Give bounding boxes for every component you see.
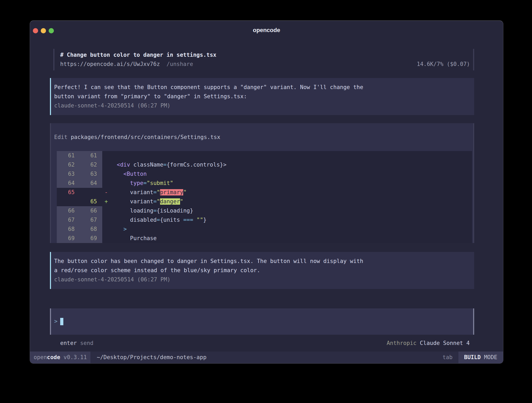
model-name: Claude Sonnet 4 (420, 340, 470, 346)
message-body: Perfect! I can see that the Button compo… (54, 83, 470, 101)
window-title: opencode (30, 27, 503, 34)
message-line: button variant from "primary" to "danger… (54, 92, 470, 101)
edit-file-path: packages/frontend/src/containers/Setting… (71, 133, 220, 142)
diff-code-line: Purchase (110, 234, 472, 243)
assistant-message: Perfect! I can see that the Button compo… (50, 78, 474, 115)
diff-row: 65+ variant="danger" (57, 197, 472, 206)
prompt-input[interactable]: > (50, 308, 474, 335)
diff-old-line-number: 68 (57, 225, 80, 234)
diff-code-line: variant="primary" (110, 188, 472, 197)
diff-sign: - (102, 188, 110, 197)
diff-row: 6161 (57, 151, 472, 160)
provider-name: Anthropic (387, 340, 420, 346)
app-version: v0.3.11 (60, 353, 87, 362)
diff-code-line: <Button (110, 169, 472, 179)
footer-hints: enter send Anthropic Claude Sonnet 4 (60, 339, 470, 348)
diff-sign: + (102, 197, 110, 206)
model-indicator: Anthropic Claude Sonnet 4 (387, 339, 470, 348)
diff-old-line-number: 67 (57, 215, 80, 225)
mode-name-rest: MODE (481, 353, 497, 362)
send-hint: enter send (60, 339, 93, 348)
message-line: Perfect! I can see that the Button compo… (54, 83, 470, 92)
diff-new-line-number: 67 (80, 215, 102, 225)
unshare-label[interactable]: /unshare (167, 61, 193, 67)
app-window: opencode # Change button color to danger… (30, 20, 503, 364)
diff-new-line-number: 62 (80, 160, 102, 169)
diff-sign (102, 169, 110, 179)
diff-new-line-number: 68 (80, 225, 102, 234)
share-url-group: https://opencode.ai/s/UwJxv76z /unshare (60, 60, 193, 69)
diff-row: 6262 <div className={formCs.controls}> (57, 160, 472, 169)
diff-sign (102, 179, 110, 188)
working-directory: ~/Desktop/Projects/demo-notes-app (97, 353, 206, 362)
mode-name-bold: BUILD (464, 353, 481, 362)
diff-row: 6969 Purchase (57, 234, 472, 243)
diff-sign (102, 160, 110, 169)
diff-sign (102, 151, 110, 160)
diff-code-line: loading={isLoading} (110, 206, 472, 215)
unshare-command[interactable] (160, 61, 166, 67)
diff-sign (102, 215, 110, 225)
message-line: The button color has been changed to dan… (54, 257, 470, 266)
diff-code-line: > (110, 225, 472, 234)
edit-tool-header: Edit packages/frontend/src/containers/Se… (50, 123, 474, 151)
diff-sign (102, 234, 110, 243)
diff-old-line-number: 66 (57, 206, 80, 215)
diff-new-line-number (80, 188, 102, 197)
diff-view: 61616262 <div className={formCs.controls… (57, 151, 472, 243)
diff-new-line-number: 61 (80, 151, 102, 160)
diff-code-line: disabled={units === ""} (110, 215, 472, 225)
status-bar: opencode v0.3.11 ~/Desktop/Projects/demo… (30, 352, 503, 363)
diff-row: 6363 <Button (57, 169, 472, 179)
prompt-caret: > (54, 317, 58, 326)
app-name-light: open (34, 353, 47, 362)
diff-new-line-number: 69 (80, 234, 102, 243)
message-meta: claude-sonnet-4-20250514 (06:27 PM) (54, 101, 470, 110)
diff-row: 6767 disabled={units === ""} (57, 215, 472, 225)
diff-code-line: <div className={formCs.controls}> (110, 160, 472, 169)
share-url-link[interactable]: https://opencode.ai/s/UwJxv76z (60, 61, 160, 67)
diff-old-line-number (57, 197, 80, 206)
app-version-chip: opencode v0.3.11 (30, 352, 90, 363)
diff-code-line: type="submit" (110, 179, 472, 188)
diff-row: 65- variant="primary" (57, 188, 472, 197)
diff-new-line-number: 64 (80, 179, 102, 188)
enter-key-hint: enter (60, 340, 77, 346)
message-line: a red/rose color scheme instead of the b… (54, 266, 470, 275)
edit-tool-call: Edit packages/frontend/src/containers/Se… (50, 123, 474, 243)
text-cursor (60, 318, 63, 325)
send-label: send (80, 340, 94, 346)
session-title: # Change button color to danger in setti… (60, 50, 470, 60)
diff-old-line-number: 62 (57, 160, 80, 169)
diff-row: 6868 > (57, 225, 472, 234)
app-name-bold: code (47, 353, 60, 362)
send-action-label (77, 340, 80, 346)
diff-old-line-number: 64 (57, 179, 80, 188)
tab-key-hint: tab (443, 353, 453, 362)
diff-row: 6464 type="submit" (57, 179, 472, 188)
diff-sign (102, 206, 110, 215)
session-header: # Change button color to danger in setti… (53, 49, 474, 70)
assistant-message: The button color has been changed to dan… (50, 252, 474, 289)
diff-old-line-number: 61 (57, 151, 80, 160)
diff-new-line-number: 66 (80, 206, 102, 215)
diff-new-line-number: 63 (80, 169, 102, 179)
diff-code-line: variant="danger" (110, 197, 472, 206)
message-body: The button color has been changed to dan… (54, 257, 470, 275)
diff-row: 6666 loading={isLoading} (57, 206, 472, 215)
edit-tool-label: Edit (54, 133, 71, 142)
diff-new-line-number: 65 (80, 197, 102, 206)
titlebar: opencode (30, 21, 503, 37)
diff-sign (102, 225, 110, 234)
diff-old-line-number: 69 (57, 234, 80, 243)
build-mode-chip: BUILD MODE (458, 352, 503, 363)
diff-code-line (110, 151, 472, 160)
message-meta: claude-sonnet-4-20250514 (06:27 PM) (54, 275, 470, 284)
diff-old-line-number: 65 (57, 188, 80, 197)
token-usage: 14.6K/7% ($0.07) (417, 60, 470, 69)
diff-old-line-number: 63 (57, 169, 80, 179)
